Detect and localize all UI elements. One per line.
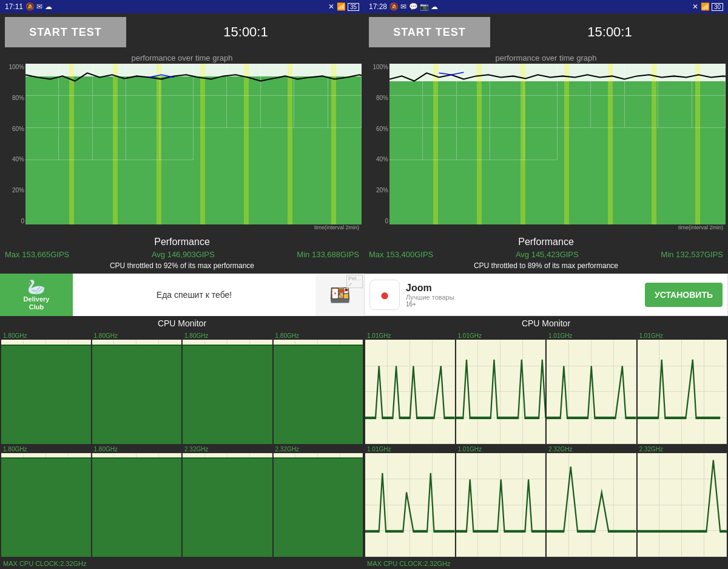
cpu-cell-7: 2.32GHz bbox=[183, 445, 272, 557]
perf-numbers-right: Max 153,400GIPS Avg 145,423GIPS Min 132,… bbox=[369, 250, 723, 259]
cpu-cell-1: 1.80GHz bbox=[1, 332, 91, 444]
cpu-cell-8: 2.32GHz bbox=[274, 445, 363, 557]
perf-line-svg-right bbox=[389, 64, 726, 224]
status-bar-left: 17:11 🔕 ✉ ☁ ✕ 📶 35 bbox=[0, 0, 364, 13]
start-test-button-left[interactable]: START TEST bbox=[5, 17, 126, 47]
status-bar-left-info: 17:11 🔕 ✉ ☁ bbox=[5, 2, 52, 11]
cpu-freq-r4: 1.01GHz bbox=[638, 332, 727, 340]
ad-delivery-text: Еда спешит к тебе! bbox=[73, 288, 315, 302]
perf-throttle-right: CPU throttled to 89% of its max performa… bbox=[369, 261, 723, 270]
ad-joom-sub: Лучшие товары bbox=[406, 294, 639, 301]
graph-section-left: performance over time graph 100% 80% 60%… bbox=[0, 51, 364, 233]
status-bar-right-right-info: ✕ 📶 30 bbox=[692, 2, 723, 11]
timer-right: 15:00:1 bbox=[496, 24, 723, 40]
cpu-cell-r8: 2.32GHz bbox=[638, 445, 727, 557]
panel-right: 17:28 🔕 ✉ 💬 📷 ☁ ✕ 📶 30 START TEST 15:00:… bbox=[364, 0, 728, 569]
perf-max-right: Max 153,400GIPS bbox=[369, 250, 433, 259]
perf-throttle-left: CPU throttled to 92% of its max performa… bbox=[5, 261, 359, 270]
perf-max-left: Max 153,665GIPS bbox=[5, 250, 69, 259]
cpu-freq-3: 1.80GHz bbox=[183, 332, 272, 340]
perf-stats-left: Performance Max 153,665GIPS Avg 146,903G… bbox=[0, 233, 364, 274]
status-bar-right-info: ✕ 📶 35 bbox=[328, 2, 359, 11]
perf-stats-right: Performance Max 153,400GIPS Avg 145,423G… bbox=[364, 233, 728, 274]
perf-title-right: Performance bbox=[369, 237, 723, 247]
ad-banner-right[interactable]: ● Joom Лучшие товары 16+ УСТАНОВИТЬ bbox=[364, 274, 728, 316]
time-right: 17:28 bbox=[369, 2, 387, 11]
cpu-svg-r8 bbox=[638, 454, 727, 557]
ad-delivery-image: 🍱 Pet...✓ bbox=[315, 274, 364, 316]
graph-canvas-left bbox=[25, 64, 362, 224]
cpu-freq-5: 1.80GHz bbox=[1, 445, 91, 453]
cpu-svg-r2 bbox=[456, 340, 546, 444]
battery-icons-left: ✕ 📶 35 bbox=[328, 2, 359, 11]
status-icons-right: 🔕 ✉ 💬 📷 ☁ bbox=[389, 2, 438, 11]
timer-left: 15:00:1 bbox=[132, 24, 359, 40]
cpu-freq-r7: 2.32GHz bbox=[547, 445, 636, 453]
start-test-button-right[interactable]: START TEST bbox=[369, 17, 490, 47]
cpu-cell-r3: 1.01GHz bbox=[547, 332, 636, 444]
graph-canvas-right bbox=[389, 64, 726, 224]
cpu-cell-3: 1.80GHz bbox=[183, 332, 272, 444]
time-label-right: time(interval 2min) bbox=[366, 224, 726, 231]
cpu-freq-r5: 1.01GHz bbox=[365, 445, 455, 453]
graph-title-right: performance over time graph bbox=[366, 53, 726, 62]
cpu-freq-r3: 1.01GHz bbox=[547, 332, 636, 340]
time-left: 17:11 bbox=[5, 2, 23, 11]
cpu-freq-r8: 2.32GHz bbox=[638, 445, 727, 453]
perf-line-svg-left bbox=[25, 64, 362, 224]
y-axis-left: 100% 80% 60% 40% 20% 0 bbox=[2, 64, 25, 224]
cpu-monitor-left: CPU Monitor 1.80GHz 1.80GHz bbox=[0, 316, 364, 569]
status-icons-left: 🔕 ✉ ☁ bbox=[25, 2, 52, 11]
cpu-cell-r6: 1.01GHz bbox=[456, 445, 546, 557]
perf-avg-right: Avg 145,423GIPS bbox=[516, 250, 579, 259]
ad-joom-rating: 16+ bbox=[406, 301, 639, 308]
max-cpu-label-right: MAX CPU CLOCK:2.32GHz bbox=[364, 558, 728, 569]
cpu-cell-6: 1.80GHz bbox=[92, 445, 182, 557]
graph-container-right: 100% 80% 60% 40% 20% 0 bbox=[366, 64, 726, 224]
cpu-cell-4: 1.80GHz bbox=[274, 332, 363, 444]
cpu-svg-r7 bbox=[547, 454, 636, 557]
cpu-monitor-title-left: CPU Monitor bbox=[0, 316, 364, 331]
time-label-left: time(interval 2min) bbox=[2, 224, 362, 231]
cpu-freq-6: 1.80GHz bbox=[92, 445, 182, 453]
cpu-svg-r5 bbox=[365, 454, 455, 557]
cpu-freq-r1: 1.01GHz bbox=[365, 332, 455, 340]
max-cpu-label-left: MAX CPU CLOCK:2.32GHz bbox=[0, 558, 364, 569]
perf-numbers-left: Max 153,665GIPS Avg 146,903GIPS Min 133,… bbox=[5, 250, 359, 259]
ad-install-button[interactable]: УСТАНОВИТЬ bbox=[645, 283, 723, 307]
perf-avg-left: Avg 146,903GIPS bbox=[152, 250, 215, 259]
cpu-cell-r2: 1.01GHz bbox=[456, 332, 546, 444]
ad-delivery-logo: 🦢 DeliveryClub bbox=[0, 274, 73, 316]
cpu-monitor-right: CPU Monitor 1.01GHz 1.01 bbox=[364, 316, 728, 569]
cpu-cell-r4: 1.01GHz bbox=[638, 332, 727, 444]
cpu-cell-2: 1.80GHz bbox=[92, 332, 182, 444]
cpu-freq-4: 1.80GHz bbox=[274, 332, 363, 340]
cpu-grid-left: 1.80GHz 1.80GHz bbox=[0, 331, 364, 558]
cpu-freq-r2: 1.01GHz bbox=[456, 332, 546, 340]
perf-title-left: Performance bbox=[5, 237, 359, 247]
cpu-cell-r5: 1.01GHz bbox=[365, 445, 455, 557]
perf-min-left: Min 133,688GIPS bbox=[297, 250, 359, 259]
ad-joom-name: Joom bbox=[406, 283, 639, 294]
ad-banner-left[interactable]: 🦢 DeliveryClub Еда спешит к тебе! 🍱 Pet.… bbox=[0, 274, 364, 316]
cpu-cell-r7: 2.32GHz bbox=[547, 445, 636, 557]
graph-title-left: performance over time graph bbox=[2, 53, 362, 62]
ad-joom-logo: ● bbox=[369, 280, 400, 310]
cpu-freq-7: 2.32GHz bbox=[183, 445, 272, 453]
cpu-monitor-title-right: CPU Monitor bbox=[364, 316, 728, 331]
cpu-freq-1: 1.80GHz bbox=[1, 332, 91, 340]
graph-container-left: 100% 80% 60% 40% 20% 0 bbox=[2, 64, 362, 224]
cpu-grid-right: 1.01GHz 1.01GHz bbox=[364, 331, 728, 558]
status-bar-right: 17:28 🔕 ✉ 💬 📷 ☁ ✕ 📶 30 bbox=[364, 0, 728, 13]
cpu-freq-r6: 1.01GHz bbox=[456, 445, 546, 453]
panel-left: 17:11 🔕 ✉ ☁ ✕ 📶 35 START TEST 15:00:1 pe… bbox=[0, 0, 364, 569]
cpu-svg-r3 bbox=[547, 340, 636, 444]
graph-section-right: performance over time graph 100% 80% 60%… bbox=[364, 51, 728, 233]
status-bar-right-left-info: 17:28 🔕 ✉ 💬 📷 ☁ bbox=[369, 2, 438, 11]
cpu-svg-r6 bbox=[456, 454, 546, 557]
cpu-cell-5: 1.80GHz bbox=[1, 445, 91, 557]
cpu-svg-r1 bbox=[365, 340, 455, 444]
top-controls-right: START TEST 15:00:1 bbox=[364, 13, 728, 51]
battery-icons-right: ✕ 📶 30 bbox=[692, 2, 723, 11]
cpu-svg-r4 bbox=[638, 340, 727, 444]
